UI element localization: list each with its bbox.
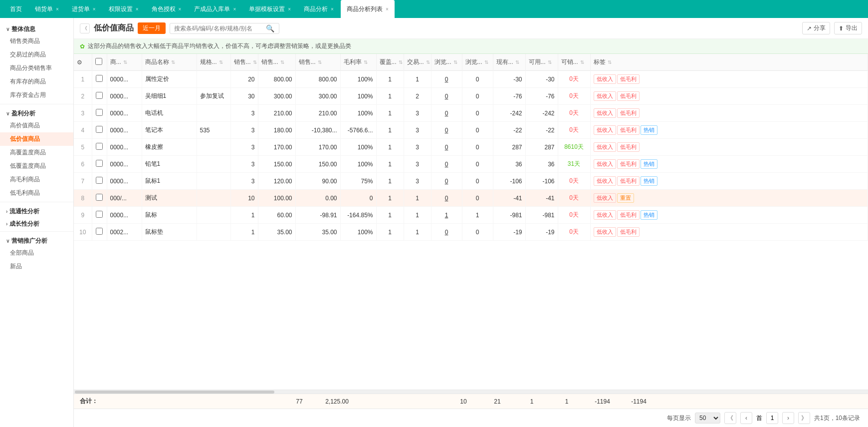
row-browse1[interactable]: 0 xyxy=(431,88,462,105)
browse1-link[interactable]: 0 xyxy=(445,195,448,202)
nav-role-auth[interactable]: 角色授权 × xyxy=(146,0,188,18)
horizontal-scrollbar[interactable] xyxy=(74,390,868,394)
browse1-link[interactable]: 0 xyxy=(445,127,448,134)
nav-template[interactable]: 单据模板设置 × xyxy=(243,0,297,18)
col-sales-num[interactable]: 销售...⇅ xyxy=(230,54,258,71)
col-gross[interactable]: 毛利率⇅ xyxy=(340,54,376,71)
share-button[interactable]: ↗ 分享 xyxy=(802,22,830,34)
select-all-checkbox[interactable] xyxy=(95,58,102,65)
row-checkbox[interactable] xyxy=(92,173,107,190)
close-icon[interactable]: × xyxy=(331,6,334,12)
browse1-link[interactable]: 0 xyxy=(445,93,448,100)
row-browse1[interactable]: 0 xyxy=(431,173,462,190)
sidebar-item-sales-products[interactable]: 销售类商品 xyxy=(0,34,73,48)
col-browse1[interactable]: 浏览...⇅ xyxy=(431,54,462,71)
time-filter-button[interactable]: 近一月 xyxy=(138,22,166,34)
sidebar-item-low-margin[interactable]: 低毛利商品 xyxy=(0,186,73,200)
row-checkbox[interactable] xyxy=(92,224,107,241)
sidebar-section-profit[interactable]: ∨ 盈利分析 xyxy=(0,106,73,119)
row-browse1[interactable]: 0 xyxy=(431,190,462,207)
nav-product-stock[interactable]: 产成品入库单 × xyxy=(188,0,242,18)
sidebar-item-in-stock[interactable]: 有库存的商品 xyxy=(0,75,73,88)
row-select-checkbox[interactable] xyxy=(96,143,103,150)
sidebar-item-high-value[interactable]: 高价值商品 xyxy=(0,119,73,132)
sidebar-item-new-products[interactable]: 新品 xyxy=(0,260,73,273)
row-checkbox[interactable] xyxy=(92,156,107,173)
col-select-all[interactable] xyxy=(92,54,107,71)
browse1-link[interactable]: 1 xyxy=(445,212,448,219)
sidebar-item-low-value[interactable]: 低价值商品 xyxy=(0,132,73,146)
sidebar-item-all-products[interactable]: 全部商品 xyxy=(0,246,73,260)
col-avail[interactable]: 可用...⇅ xyxy=(525,54,558,71)
browse1-link[interactable]: 0 xyxy=(445,178,448,185)
nav-product-analysis-list[interactable]: 商品分析列表 × xyxy=(341,0,395,18)
row-select-checkbox[interactable] xyxy=(96,211,103,218)
col-gear[interactable]: ⚙ xyxy=(74,54,92,71)
close-icon[interactable]: × xyxy=(93,6,96,12)
col-sell[interactable]: 可销...⇅ xyxy=(558,54,590,71)
sidebar-item-high-margin[interactable]: 高毛利商品 xyxy=(0,173,73,186)
row-browse1[interactable]: 0 xyxy=(431,156,462,173)
col-trade[interactable]: 交易...⇅ xyxy=(404,54,431,71)
sidebar-item-traded-products[interactable]: 交易过的商品 xyxy=(0,48,73,61)
col-browse2[interactable]: 浏览...⇅ xyxy=(462,54,493,71)
row-checkbox[interactable] xyxy=(92,105,107,122)
col-tag[interactable]: 标签⇅ xyxy=(590,54,868,71)
page-size-select[interactable]: 50 100 200 xyxy=(695,413,720,424)
sidebar-item-stock-capital[interactable]: 库存资金占用 xyxy=(0,88,73,102)
browse1-link[interactable]: 0 xyxy=(445,144,448,151)
col-spec[interactable]: 规格...⇅ xyxy=(197,54,230,71)
row-checkbox[interactable] xyxy=(92,88,107,105)
browse1-link[interactable]: 0 xyxy=(445,229,448,236)
browse1-link[interactable]: 0 xyxy=(445,76,448,83)
col-stock[interactable]: 现有...⇅ xyxy=(493,54,525,71)
nav-permission[interactable]: 权限设置 × xyxy=(103,0,145,18)
close-icon[interactable]: × xyxy=(386,6,389,12)
col-name[interactable]: 商品名称⇅ xyxy=(142,54,197,71)
sidebar-item-high-coverage[interactable]: 高覆盖度商品 xyxy=(0,146,73,159)
col-cover[interactable]: 覆盖...⇅ xyxy=(376,54,404,71)
row-select-checkbox[interactable] xyxy=(96,75,103,82)
row-checkbox[interactable] xyxy=(92,139,107,156)
row-checkbox[interactable] xyxy=(92,207,107,224)
export-button[interactable]: ⬆ 导出 xyxy=(834,22,862,34)
sidebar-section-circulation[interactable]: › 流通性分析 xyxy=(0,204,73,217)
sidebar-section-marketing[interactable]: ∨ 营销推广分析 xyxy=(0,234,73,246)
nav-purchase-order[interactable]: 进货单 × xyxy=(66,0,102,18)
row-browse1[interactable]: 0 xyxy=(431,105,462,122)
close-icon[interactable]: × xyxy=(179,6,182,12)
table-wrapper[interactable]: ⚙ 商...⇅ 商品名称⇅ 规格...⇅ 销售...⇅ 销售...⇅ 销售...… xyxy=(74,54,868,390)
row-select-checkbox[interactable] xyxy=(96,228,103,235)
row-browse1[interactable]: 0 xyxy=(431,71,462,88)
sidebar-section-growth[interactable]: › 成长性分析 xyxy=(0,217,73,229)
close-icon[interactable]: × xyxy=(56,6,59,12)
nav-sales-order[interactable]: 销货单 × xyxy=(29,0,65,18)
prev-page-button[interactable]: ‹ xyxy=(740,412,752,424)
row-select-checkbox[interactable] xyxy=(96,177,103,184)
collapse-button[interactable]: 《 xyxy=(80,23,90,33)
nav-product-analysis[interactable]: 商品分析 × xyxy=(298,0,340,18)
col-sales-price[interactable]: 销售...⇅ xyxy=(258,54,295,71)
row-checkbox[interactable] xyxy=(92,190,107,207)
next-page-button[interactable]: › xyxy=(782,412,794,424)
row-browse1[interactable]: 1 xyxy=(431,207,462,224)
sidebar-section-overall[interactable]: ∨ 整体信息 xyxy=(0,22,73,34)
search-input[interactable] xyxy=(174,25,264,32)
sidebar-item-category-sales-rate[interactable]: 商品分类销售率 xyxy=(0,61,73,75)
close-icon[interactable]: × xyxy=(233,6,236,12)
row-select-checkbox[interactable] xyxy=(96,194,103,201)
row-browse1[interactable]: 0 xyxy=(431,122,462,139)
row-browse1[interactable]: 0 xyxy=(431,139,462,156)
close-icon[interactable]: × xyxy=(136,6,139,12)
scroll-thumb[interactable] xyxy=(75,391,274,394)
row-select-checkbox[interactable] xyxy=(96,160,103,167)
nav-home[interactable]: 首页 xyxy=(4,0,28,18)
browse1-link[interactable]: 0 xyxy=(445,110,448,117)
row-select-checkbox[interactable] xyxy=(96,126,103,133)
row-checkbox[interactable] xyxy=(92,122,107,139)
row-checkbox[interactable] xyxy=(92,71,107,88)
row-select-checkbox[interactable] xyxy=(96,109,103,116)
col-sales-amount[interactable]: 销售...⇅ xyxy=(295,54,340,71)
row-select-checkbox[interactable] xyxy=(96,92,103,99)
search-icon[interactable]: 🔍 xyxy=(266,24,274,32)
